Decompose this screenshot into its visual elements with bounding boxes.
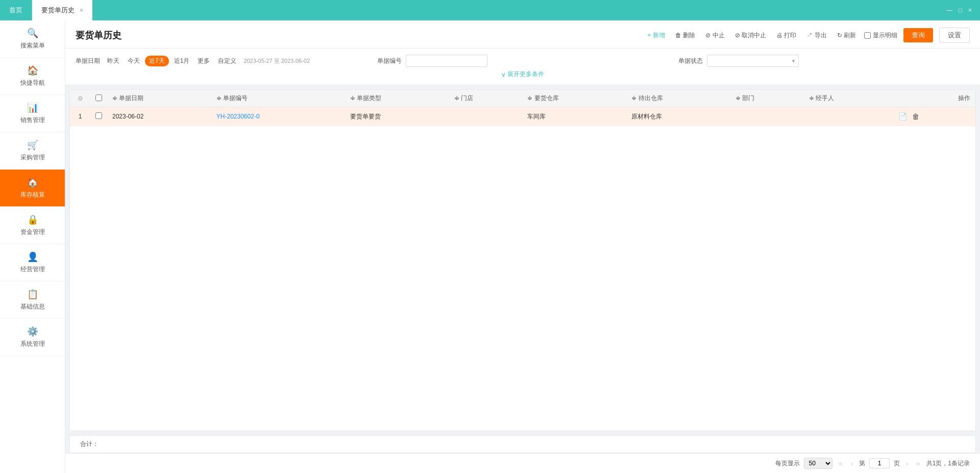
col-dept[interactable]: ≑ 部门	[730, 90, 804, 107]
finance-mgmt-icon: 🔒	[27, 214, 38, 225]
date-filter-buttons: 昨天 今天 近7天 近1月 更多 自定义 2023-05-27 至 2023-0…	[104, 56, 310, 66]
print-button[interactable]: 🖨 打印	[774, 30, 798, 41]
sidebar-label-base-info: 基础信息	[20, 302, 45, 311]
sidebar-item-base-info[interactable]: 📋 基础信息	[0, 281, 65, 319]
query-button[interactable]: 查询	[903, 28, 933, 42]
expand-more-button[interactable]: ∨ 展开更多条件	[76, 70, 970, 79]
table-header-row: ⚙ ≑ 单据日期 ≑ 单据编号 ≑ 单据类型	[70, 90, 975, 107]
col-dept-label: ≑ 部门	[736, 94, 754, 102]
cancel-stop-button[interactable]: ⊘ 取消中止	[733, 30, 768, 41]
row-checkbox-cell	[90, 107, 107, 126]
sidebar-item-inventory[interactable]: 🏠 库存核算	[0, 170, 65, 207]
sidebar-label-finance-mgmt: 资金管理	[20, 228, 45, 236]
row-pending-warehouse: 原材料仓库	[626, 107, 730, 126]
row-no-link[interactable]: YH-20230602-0	[216, 113, 260, 120]
status-label: 单据状态	[678, 57, 703, 65]
total-info: 共1页，1条记录	[926, 459, 970, 468]
summary-label: 合计：	[80, 440, 99, 448]
tab-close-icon[interactable]: ×	[80, 7, 83, 14]
date-btn-7days[interactable]: 近7天	[145, 56, 169, 66]
operations-mgmt-icon: 👤	[27, 251, 38, 263]
page-label-prefix: 第	[859, 459, 865, 468]
status-select[interactable]	[707, 55, 799, 67]
delete-button[interactable]: 🗑 删除	[673, 30, 697, 41]
page-title: 要货单历史	[76, 29, 121, 41]
maximize-icon[interactable]: □	[959, 7, 962, 14]
settings-button[interactable]: 设置	[939, 28, 970, 43]
date-range-text: 2023-05-27 至 2023-06-02	[243, 57, 310, 65]
col-store[interactable]: ≑ 门店	[449, 90, 523, 107]
system-mgmt-icon: ⚙️	[27, 326, 38, 337]
sidebar-item-purchase-mgmt[interactable]: 🛒 采购管理	[0, 132, 65, 170]
col-no-label: ≑ 单据编号	[216, 94, 248, 102]
first-page-btn[interactable]: «	[837, 459, 844, 468]
table-footer: 合计：	[69, 435, 976, 453]
prev-page-btn[interactable]: ‹	[849, 459, 855, 468]
top-bar: 首页 要货单历史 × — □ ×	[0, 0, 980, 20]
export-button[interactable]: ↗ 导出	[804, 30, 828, 41]
display-detail-checkbox[interactable]	[864, 32, 871, 39]
date-btn-more[interactable]: 更多	[194, 56, 213, 66]
tab-label: 要货单历史	[41, 6, 75, 15]
col-date[interactable]: ≑ 单据日期	[107, 90, 211, 107]
sidebar-item-operations-mgmt[interactable]: 👤 经营管理	[0, 244, 65, 281]
row-handler	[804, 107, 893, 126]
per-page-select[interactable]: 50 10 20 100	[804, 458, 832, 469]
sidebar-item-quick-nav[interactable]: 🏠 快捷导航	[0, 58, 65, 95]
sidebar-item-finance-mgmt[interactable]: 🔒 资金管理	[0, 207, 65, 244]
page-input[interactable]	[869, 458, 890, 468]
col-req-warehouse[interactable]: ≑ 要货仓库	[522, 90, 626, 107]
date-filter-label: 单据日期	[76, 57, 100, 65]
date-btn-today[interactable]: 今天	[125, 56, 143, 66]
sales-mgmt-icon: 📊	[27, 102, 38, 113]
row-delete-icon[interactable]: 🗑	[911, 111, 920, 122]
orderno-input[interactable]	[406, 55, 487, 67]
table-settings-icon[interactable]: ⚙	[78, 95, 83, 102]
sidebar-item-search-menu[interactable]: 🔍 搜索菜单	[0, 20, 65, 58]
main-layout: 🔍 搜索菜单 🏠 快捷导航 📊 销售管理 🛒 采购管理 🏠 库存核算 🔒 资金管…	[0, 20, 980, 473]
stop-button[interactable]: ⊘ 中止	[703, 30, 726, 41]
row-no: YH-20230602-0	[211, 107, 345, 126]
next-page-btn[interactable]: ›	[904, 459, 910, 468]
sidebar-item-system-mgmt[interactable]: ⚙️ 系统管理	[0, 319, 65, 356]
tab-requisition-history[interactable]: 要货单历史 ×	[32, 0, 92, 20]
row-edit-icon[interactable]: 📄	[897, 111, 908, 122]
minimize-icon[interactable]: —	[946, 7, 952, 14]
expand-more-icon: ∨	[501, 71, 506, 78]
col-pending-warehouse-label: ≑ 待出仓库	[631, 94, 663, 102]
data-table: ⚙ ≑ 单据日期 ≑ 单据编号 ≑ 单据类型	[70, 90, 975, 126]
base-info-icon: 📋	[27, 289, 38, 300]
date-btn-1month[interactable]: 近1月	[171, 56, 193, 66]
col-handler[interactable]: ≑ 经手人	[804, 90, 893, 107]
row-checkbox[interactable]	[95, 112, 102, 119]
row-type: 要货单要货	[345, 107, 449, 126]
refresh-button[interactable]: ↻ 刷新	[835, 30, 858, 41]
col-store-label: ≑ 门店	[454, 94, 473, 102]
row-req-warehouse: 车间库	[522, 107, 626, 126]
filter-area: 单据日期 昨天 今天 近7天 近1月 更多 自定义 2023-05-27 至 2…	[65, 49, 980, 85]
toolbar: + 新增 🗑 删除 ⊘ 中止 ⊘ 取消中止 🖨 打印 ↗ 导出 ↻ 刷新 显示明…	[646, 28, 970, 43]
date-btn-yesterday[interactable]: 昨天	[104, 56, 122, 66]
display-detail-toggle[interactable]: 显示明细	[864, 31, 897, 40]
select-all-checkbox[interactable]	[95, 94, 102, 101]
display-detail-label: 显示明细	[873, 31, 897, 40]
page-label-suffix: 页	[894, 459, 900, 468]
col-type[interactable]: ≑ 单据类型	[345, 90, 449, 107]
last-page-btn[interactable]: »	[914, 459, 922, 468]
date-btn-custom[interactable]: 自定义	[215, 56, 239, 66]
expand-more-label: 展开更多条件	[507, 70, 544, 79]
content-area: 要货单历史 + 新增 🗑 删除 ⊘ 中止 ⊘ 取消中止 🖨 打印 ↗ 导出 ↻ …	[65, 20, 980, 473]
row-store	[449, 107, 523, 126]
col-pending-warehouse[interactable]: ≑ 待出仓库	[626, 90, 730, 107]
close-window-icon[interactable]: ×	[968, 7, 972, 14]
col-no[interactable]: ≑ 单据编号	[211, 90, 345, 107]
purchase-mgmt-icon: 🛒	[27, 139, 38, 151]
tab-home[interactable]: 首页	[0, 0, 32, 20]
quick-nav-icon: 🏠	[27, 65, 38, 76]
col-action-label: 操作	[958, 94, 970, 102]
col-settings: ⚙	[70, 90, 90, 107]
status-filter-group: 单据状态 ▼	[678, 55, 970, 67]
sidebar-item-sales-mgmt[interactable]: 📊 销售管理	[0, 95, 65, 132]
row-date: 2023-06-02	[107, 107, 211, 126]
new-button[interactable]: + 新增	[646, 30, 667, 41]
